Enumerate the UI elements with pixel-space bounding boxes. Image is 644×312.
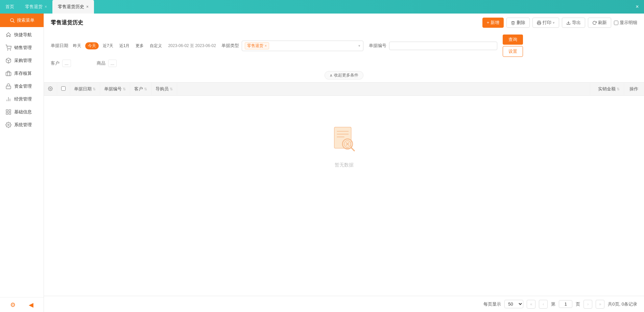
page-size-label: 每页显示	[483, 301, 501, 307]
page-unit: 页	[576, 301, 580, 307]
box-icon	[5, 58, 11, 64]
sidebar-item-basic-info[interactable]: 基础信息	[0, 106, 44, 118]
print-button[interactable]: 打印 ▾	[532, 18, 559, 28]
th-action: 操作	[624, 83, 644, 96]
delete-button[interactable]: 删除	[506, 18, 530, 28]
new-button[interactable]: + 新增	[482, 18, 504, 28]
collapse-button[interactable]: ∧ 收起更多条件	[325, 71, 363, 80]
tab-retail-return-history-label: 零售退货历史	[58, 4, 84, 10]
date-filter-label: 单据日期	[51, 43, 68, 49]
export-icon	[566, 21, 571, 25]
th-guide[interactable]: 导购员 ⇅	[151, 83, 177, 96]
sort-icon-customer: ⇅	[144, 87, 147, 91]
goods-filter-input[interactable]: ...	[108, 60, 117, 67]
sidebar-settings-button[interactable]: ⚙	[10, 301, 16, 309]
filter-settings-button[interactable]: 设置	[503, 46, 523, 57]
svg-line-24	[351, 148, 354, 151]
filter-area: 单据日期 昨天 今天 近7天 近1月 更多 自定义 2023-06-02 至 2…	[51, 32, 637, 82]
th-checkbox[interactable]	[57, 83, 70, 96]
settings-icon	[5, 122, 11, 128]
collapse-up-icon: ∧	[330, 73, 333, 78]
sidebar-item-purchase-label: 采购管理	[14, 58, 32, 64]
sidebar-item-quick-nav[interactable]: 快捷导航	[0, 28, 44, 41]
th-settings[interactable]	[44, 83, 57, 96]
sort-icon-date: ⇅	[93, 87, 96, 91]
sidebar-item-finance[interactable]: 资金管理	[0, 80, 44, 93]
query-button[interactable]: 查询	[503, 35, 523, 45]
type-filter-select[interactable]: 零售退货 × ▾	[242, 41, 363, 51]
svg-point-14	[8, 124, 9, 126]
date-filter: 单据日期 昨天 今天 近7天 近1月 更多 自定义 2023-06-02 至 2…	[51, 42, 216, 49]
show-detail-checkbox-label[interactable]: 显示明细	[614, 20, 637, 26]
sidebar-collapse-button[interactable]: ◀	[29, 301, 33, 309]
pagination-total: 共0页, 0条记录	[608, 301, 637, 307]
lock-icon	[5, 83, 11, 89]
type-filter: 单据类型 零售退货 × ▾	[221, 41, 363, 51]
sidebar-item-inventory-label: 库存核算	[14, 70, 32, 76]
table-container: 单据日期 ⇅ 单据编号 ⇅ 客户	[44, 83, 644, 296]
date-1month[interactable]: 近1月	[117, 42, 132, 49]
sidebar-search[interactable]: 搜索菜单	[0, 14, 44, 27]
date-7days[interactable]: 近7天	[101, 42, 115, 49]
date-more[interactable]: 更多	[134, 42, 146, 49]
pagination-first[interactable]: «	[527, 300, 535, 309]
sidebar-item-quick-nav-label: 快捷导航	[14, 32, 32, 38]
sidebar-item-sales[interactable]: 销售管理	[0, 41, 44, 54]
window-close-button[interactable]: ×	[630, 0, 644, 14]
th-date[interactable]: 单据日期 ⇅	[70, 83, 100, 96]
filter-row-2: 客户 ... 商品 ...	[51, 60, 637, 67]
sidebar: 搜索菜单 快捷导航 销售管理 采购管理	[0, 14, 44, 312]
print-dropdown-icon[interactable]: ▾	[553, 21, 555, 25]
page-title: 零售退货历史	[51, 19, 83, 26]
chart-icon	[5, 96, 11, 102]
select-all-checkbox[interactable]	[61, 86, 66, 91]
date-yesterday[interactable]: 昨天	[71, 42, 83, 49]
th-number[interactable]: 单据编号 ⇅	[100, 83, 130, 96]
show-detail-checkbox[interactable]	[614, 21, 618, 25]
type-tag-close[interactable]: ×	[265, 44, 267, 48]
svg-rect-5	[6, 72, 11, 76]
pagination-last[interactable]: »	[596, 300, 604, 309]
page-size-select[interactable]: 10 20 50 100	[504, 300, 523, 308]
tab-bar: 首页 零售退货 × 零售退货历史 ×	[0, 0, 630, 14]
column-settings-icon	[48, 86, 53, 91]
empty-state-text: 暂无数据	[335, 162, 354, 168]
svg-rect-10	[6, 110, 8, 111]
page-input[interactable]	[559, 300, 572, 308]
svg-point-0	[10, 19, 13, 22]
th-customer[interactable]: 客户 ⇅	[130, 83, 151, 96]
pagination-prev[interactable]: ‹	[539, 300, 548, 309]
date-today[interactable]: 今天	[85, 42, 99, 49]
tab-retail-return[interactable]: 零售退货 ×	[20, 0, 52, 14]
pagination-next[interactable]: ›	[583, 300, 592, 309]
tab-retail-return-history-close[interactable]: ×	[86, 4, 89, 9]
search-icon	[9, 18, 15, 23]
print-icon	[537, 21, 541, 25]
sidebar-item-purchase[interactable]: 采购管理	[0, 54, 44, 67]
tab-retail-return-close[interactable]: ×	[45, 4, 47, 9]
collapse-row: ∧ 收起更多条件	[51, 70, 637, 82]
customer-filter-input[interactable]: ...	[62, 60, 71, 67]
refresh-icon	[592, 21, 597, 25]
sidebar-bottom: ⚙ ◀	[0, 297, 44, 312]
date-filter-options: 昨天 今天 近7天 近1月 更多 自定义	[71, 42, 164, 49]
filter-row-1: 单据日期 昨天 今天 近7天 近1月 更多 自定义 2023-06-02 至 2…	[51, 35, 637, 57]
export-button[interactable]: 导出	[562, 18, 585, 28]
sidebar-item-operations-label: 经营管理	[14, 96, 32, 102]
svg-rect-11	[9, 110, 11, 111]
tab-retail-return-history[interactable]: 零售退货历史 ×	[52, 0, 94, 14]
th-amount[interactable]: 实销金额 ⇅	[590, 83, 624, 96]
svg-line-1	[13, 21, 15, 23]
type-select-arrow: ▾	[358, 44, 360, 48]
pagination-bar: 每页显示 10 20 50 100 « ‹ 第 页 › » 共0页, 0条记录	[44, 296, 644, 312]
refresh-button[interactable]: 刷新	[588, 18, 611, 28]
sidebar-search-label: 搜索菜单	[17, 17, 34, 23]
tab-retail-return-label: 零售退货	[25, 4, 43, 10]
sidebar-item-inventory[interactable]: 库存核算	[0, 67, 44, 80]
date-custom[interactable]: 自定义	[148, 42, 164, 49]
tab-home[interactable]: 首页	[0, 0, 20, 14]
number-filter-input[interactable]	[389, 42, 497, 50]
cart-icon	[5, 45, 11, 51]
sidebar-item-operations[interactable]: 经营管理	[0, 93, 44, 106]
sidebar-item-system[interactable]: 系统管理	[0, 118, 44, 131]
